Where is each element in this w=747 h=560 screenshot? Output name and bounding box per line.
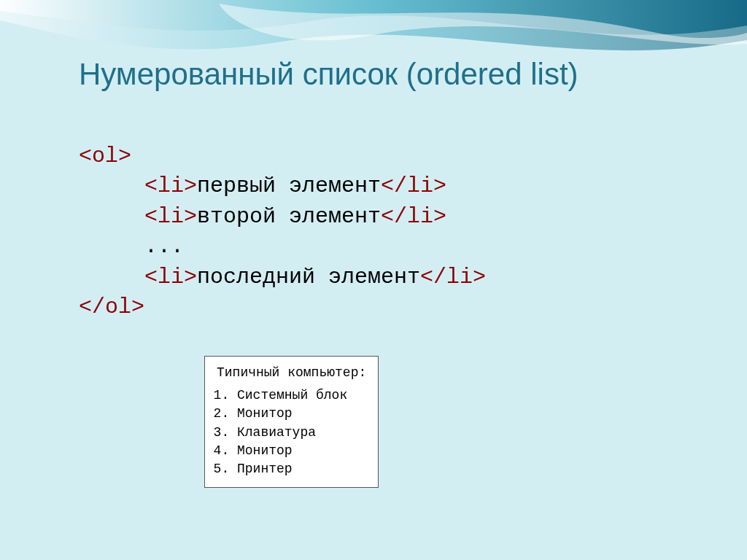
slide: Нумерованный список (ordered list) <ol> … xyxy=(0,0,747,560)
tag-ol-close: </ol> xyxy=(79,295,144,319)
code-item-1: первый элемент xyxy=(197,174,381,198)
list-item: Системный блок xyxy=(237,386,366,405)
list-item: Монитор xyxy=(237,405,366,423)
slide-title: Нумерованный список (ordered list) xyxy=(79,57,689,92)
list-item: Монитор xyxy=(237,442,366,460)
tag-li-open-2: <li> xyxy=(144,204,197,229)
example-heading: Типичный компьютер: xyxy=(217,364,366,382)
tag-li-close-3: </li> xyxy=(420,265,486,289)
code-block: <ol> <li>первый элемент</li> <li>второй … xyxy=(79,141,486,322)
list-item: Принтер xyxy=(237,460,366,478)
tag-li-open-1: <li> xyxy=(144,174,197,198)
rendered-example: Типичный компьютер: Системный блок Монит… xyxy=(204,356,379,488)
code-ellipsis: ... xyxy=(144,234,184,259)
tag-li-close-2: </li> xyxy=(381,204,446,229)
tag-ol-open: <ol> xyxy=(79,144,131,168)
tag-li-close-1: </li> xyxy=(381,174,446,198)
example-list: Системный блок Монитор Клавиатура Монито… xyxy=(217,386,366,478)
tag-li-open-3: <li> xyxy=(144,265,197,289)
code-item-2: второй элемент xyxy=(197,204,381,229)
code-item-last: последний элемент xyxy=(197,265,420,289)
list-item: Клавиатура xyxy=(237,424,366,442)
